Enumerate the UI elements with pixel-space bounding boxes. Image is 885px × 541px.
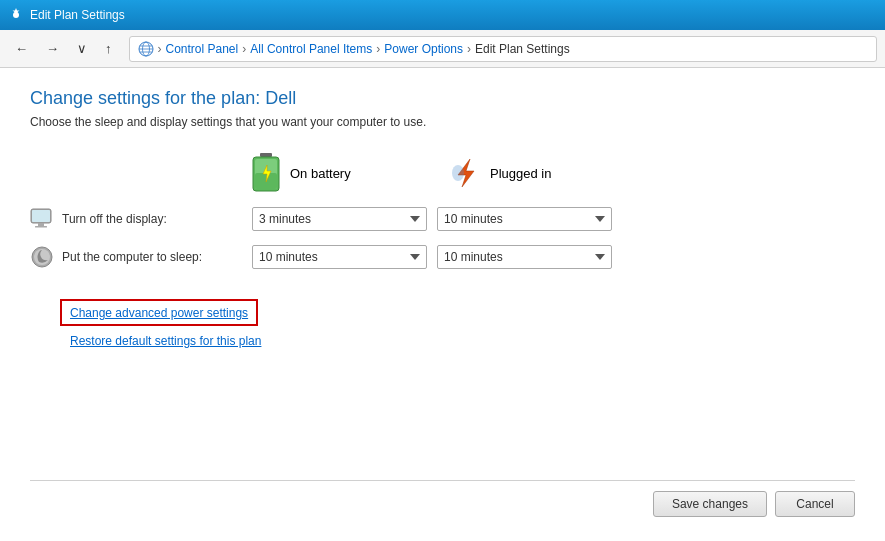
display-icon xyxy=(30,207,54,231)
sleep-controls: 1 minute 2 minutes 3 minutes 5 minutes 1… xyxy=(252,245,612,269)
breadcrumb-all-items[interactable]: All Control Panel Items xyxy=(250,42,372,56)
globe-icon xyxy=(138,41,154,57)
sleep-setting-row: Put the computer to sleep: 1 minute 2 mi… xyxy=(30,245,855,269)
save-button[interactable]: Save changes xyxy=(653,491,767,517)
sleep-icon xyxy=(30,245,54,269)
plug-icon xyxy=(450,157,482,189)
battery-icon xyxy=(250,153,282,193)
breadcrumb-power-options[interactable]: Power Options xyxy=(384,42,463,56)
page-title: Change settings for the plan: Dell xyxy=(30,88,855,109)
breadcrumb: › Control Panel › All Control Panel Item… xyxy=(129,36,878,62)
plugged-in-header: Plugged in xyxy=(450,157,650,189)
advanced-settings-link[interactable]: Change advanced power settings xyxy=(70,306,248,320)
restore-defaults-link[interactable]: Restore default settings for this plan xyxy=(70,334,261,348)
advanced-link-wrapper: Change advanced power settings xyxy=(60,299,258,326)
column-headers: On battery Plugged in xyxy=(250,153,855,193)
on-battery-header: On battery xyxy=(250,153,450,193)
links-section: Change advanced power settings Restore d… xyxy=(60,299,855,348)
plugged-in-label: Plugged in xyxy=(490,166,551,181)
recent-button[interactable]: ∨ xyxy=(70,37,94,60)
title-bar-text: Edit Plan Settings xyxy=(30,8,125,22)
svg-rect-13 xyxy=(38,223,44,226)
display-label: Turn off the display: xyxy=(62,212,252,226)
sleep-plugged-select[interactable]: 1 minute 2 minutes 3 minutes 5 minutes 1… xyxy=(437,245,612,269)
svg-rect-14 xyxy=(35,226,47,228)
page-subtitle: Choose the sleep and display settings th… xyxy=(30,115,855,129)
title-bar: Edit Plan Settings xyxy=(0,0,885,30)
breadcrumb-control-panel[interactable]: Control Panel xyxy=(166,42,239,56)
sleep-label: Put the computer to sleep: xyxy=(62,250,252,264)
nav-bar: ← → ∨ ↑ › Control Panel › All Control Pa… xyxy=(0,30,885,68)
up-button[interactable]: ↑ xyxy=(98,37,119,60)
back-button[interactable]: ← xyxy=(8,37,35,60)
main-content: Change settings for the plan: Dell Choos… xyxy=(0,68,885,541)
app-icon xyxy=(8,7,24,23)
breadcrumb-edit-plan: Edit Plan Settings xyxy=(475,42,570,56)
svg-rect-6 xyxy=(260,153,272,157)
svg-rect-12 xyxy=(32,210,50,222)
bottom-buttons: Save changes Cancel xyxy=(30,481,855,521)
svg-point-10 xyxy=(452,165,464,181)
forward-button[interactable]: → xyxy=(39,37,66,60)
on-battery-label: On battery xyxy=(290,166,351,181)
display-setting-row: Turn off the display: 1 minute 2 minutes… xyxy=(30,207,855,231)
cancel-button[interactable]: Cancel xyxy=(775,491,855,517)
sleep-battery-select[interactable]: 1 minute 2 minutes 3 minutes 5 minutes 1… xyxy=(252,245,427,269)
display-battery-select[interactable]: 1 minute 2 minutes 3 minutes 5 minutes 1… xyxy=(252,207,427,231)
display-controls: 1 minute 2 minutes 3 minutes 5 minutes 1… xyxy=(252,207,612,231)
display-plugged-select[interactable]: 1 minute 2 minutes 3 minutes 5 minutes 1… xyxy=(437,207,612,231)
